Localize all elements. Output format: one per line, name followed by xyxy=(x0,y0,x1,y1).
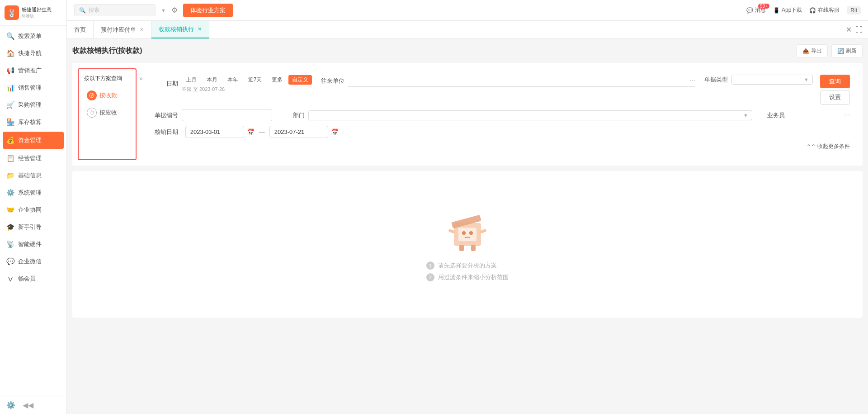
query-type-by-receivable[interactable]: ⏱ 按应收 xyxy=(82,104,132,121)
app-download-button[interactable]: 📱 App下载 xyxy=(773,6,802,14)
collapse-button[interactable]: » xyxy=(137,68,146,160)
date-last-month-btn[interactable]: 上月 xyxy=(182,75,201,85)
date-7days-btn[interactable]: 近7天 xyxy=(244,75,266,85)
date-label: 日期 xyxy=(153,80,178,88)
doc-type-arrow-icon: ▼ xyxy=(804,77,809,82)
date-more-btn[interactable]: 更多 xyxy=(268,75,287,85)
filter-panel: 按以下方案查询 按收款 ⏱ 按应收 » xyxy=(72,63,863,166)
tab-home[interactable]: 首页 xyxy=(67,21,94,38)
export-icon: 📤 xyxy=(802,48,809,54)
sidebar-item-guide[interactable]: 🎓 新手引导 xyxy=(0,219,66,236)
dept-select[interactable]: ▼ xyxy=(308,110,752,120)
topbar: 🔍 搜索 ▼ ⚙ 体验行业方案 💬 消息 99+ 📱 App下载 🎧 在线客服 … xyxy=(67,0,868,21)
hardware-icon: 📡 xyxy=(6,240,14,248)
user-info[interactable]: Rit xyxy=(847,6,861,14)
finance-icon: 💰 xyxy=(6,136,14,144)
sidebar-item-marketing[interactable]: 📢 营销推广 xyxy=(0,62,66,79)
staff-label: 业务员 xyxy=(760,111,785,119)
tab-close-all-icon[interactable]: ✕ xyxy=(846,25,852,34)
empty-state: 1 请先选择要分析的方案 2 用过滤条件来缩小分析范围 xyxy=(72,171,863,318)
tab-prepay[interactable]: 预付冲应付单 ✕ xyxy=(94,21,151,38)
sidebar-label-purchase: 采购管理 xyxy=(18,101,42,109)
sidebar: 🐰 畅捷通好生意 标准版 🔍 搜索菜单 🏠 快捷导航 📢 营销推广 📊 销售管理… xyxy=(0,0,67,414)
tab-home-label: 首页 xyxy=(74,26,86,34)
verify-date-start-calendar-icon[interactable]: 📅 xyxy=(247,128,255,136)
tab-prepay-label: 预付冲应付单 xyxy=(101,26,136,34)
date-this-month-btn[interactable]: 本月 xyxy=(203,75,222,85)
sidebar-label-system: 系统管理 xyxy=(18,189,42,197)
sidebar-item-enterprise[interactable]: 🤝 企业协同 xyxy=(0,201,66,219)
sidebar-item-hardware[interactable]: 📡 智能硬件 xyxy=(0,236,66,253)
sidebar-item-operations[interactable]: 📋 经营管理 xyxy=(0,150,66,167)
staff-more-icon[interactable]: ··· xyxy=(844,111,850,119)
service-label: 在线客服 xyxy=(818,6,840,14)
operations-icon: 📋 xyxy=(6,154,14,162)
filter-row-2: 单据编号 部门 ▼ 业务员 xyxy=(153,109,850,121)
date-hint: 不限 至 2023-07-26 xyxy=(182,86,312,93)
solution-button[interactable]: 体验行业方案 xyxy=(183,4,233,17)
tab-expand-icon[interactable]: ⛶ xyxy=(855,26,863,34)
inventory-icon: 🏪 xyxy=(6,118,14,126)
query-button[interactable]: 查询 xyxy=(820,75,850,88)
sidebar-item-member[interactable]: V 畅会员 xyxy=(0,270,66,287)
verify-date-start-input[interactable] xyxy=(185,126,244,138)
query-type-by-receipt[interactable]: 按收款 xyxy=(82,87,132,104)
tabbar: 首页 预付冲应付单 ✕ 收款核销执行 ✕ ✕ ⛶ xyxy=(67,21,868,39)
member-icon: V xyxy=(6,275,14,283)
page-title: 收款核销执行(按收款) xyxy=(72,46,142,56)
verify-date-label: 核销日期 xyxy=(153,128,178,136)
sidebar-item-wechat[interactable]: 💬 企业微信 xyxy=(0,253,66,270)
page-content: 收款核销执行(按收款) 📤 导出 🔄 刷新 按以下方案查询 xyxy=(67,39,868,414)
sidebar-item-sales[interactable]: 📊 销售管理 xyxy=(0,79,66,96)
verify-date-end-input[interactable] xyxy=(269,126,328,138)
tab-receipt-close-icon[interactable]: ✕ xyxy=(198,26,202,32)
empty-hint-1: 1 请先选择要分析的方案 xyxy=(426,262,509,270)
sidebar-item-system[interactable]: ⚙️ 系统管理 xyxy=(0,184,66,201)
headset-icon: 🎧 xyxy=(809,7,816,14)
by-receivable-label: 按应收 xyxy=(99,109,117,117)
logo-icon: 🐰 xyxy=(5,5,19,20)
sidebar-item-purchase[interactable]: 🛒 采购管理 xyxy=(0,96,66,114)
collapse-footer-icon[interactable]: ◀◀ xyxy=(23,401,33,409)
sidebar-item-inventory[interactable]: 🏪 库存核算 xyxy=(0,114,66,131)
sidebar-label-sales: 销售管理 xyxy=(18,84,42,92)
dropdown-chevron-icon[interactable]: ▼ xyxy=(161,8,166,13)
topbar-search[interactable]: 🔍 搜索 xyxy=(74,4,156,16)
sidebar-label-basics: 基础信息 xyxy=(18,171,42,180)
settings-footer-icon[interactable]: ⚙️ xyxy=(6,401,15,409)
date-this-year-btn[interactable]: 本年 xyxy=(223,75,242,85)
app-label: App下载 xyxy=(782,6,802,14)
home-icon: 🏠 xyxy=(6,49,14,57)
sidebar-label-quicknav: 快捷导航 xyxy=(18,49,42,57)
filter-row-3: 核销日期 📅 — 📅 xyxy=(153,126,850,138)
sidebar-item-basics[interactable]: 📁 基础信息 xyxy=(0,167,66,184)
tab-receipt[interactable]: 收款核销执行 ✕ xyxy=(151,21,209,38)
svg-point-5 xyxy=(469,231,473,235)
sales-icon: 📊 xyxy=(6,84,14,92)
doc-no-input[interactable] xyxy=(182,109,272,121)
search-icon: 🔍 xyxy=(6,32,14,40)
export-button[interactable]: 📤 导出 xyxy=(797,44,828,57)
wechat-icon: 💬 xyxy=(6,257,14,266)
marketing-icon: 📢 xyxy=(6,67,14,75)
empty-illustration xyxy=(440,207,495,252)
setting-button[interactable]: 设置 xyxy=(820,90,850,105)
more-conditions-button[interactable]: ⌃⌃ 收起更多条件 xyxy=(807,143,850,150)
sidebar-item-finance[interactable]: 💰 资金管理 xyxy=(3,132,64,149)
guide-icon: 🎓 xyxy=(6,223,14,231)
refresh-button[interactable]: 🔄 刷新 xyxy=(831,44,863,57)
dept-label: 部门 xyxy=(279,111,305,119)
chevron-up-icon: ⌃⌃ xyxy=(807,143,816,150)
message-button[interactable]: 💬 消息 99+ xyxy=(746,6,766,14)
more-conditions-row: ⌃⌃ 收起更多条件 xyxy=(153,141,850,154)
tab-prepay-close-icon[interactable]: ✕ xyxy=(140,27,144,33)
doc-type-select[interactable]: ▼ xyxy=(731,75,813,85)
sidebar-item-search[interactable]: 🔍 搜索菜单 xyxy=(0,28,66,45)
online-service-button[interactable]: 🎧 在线客服 xyxy=(809,6,840,14)
counterparty-more-icon[interactable]: ··· xyxy=(689,76,695,85)
filter-form: 日期 上月 本月 本年 近7天 更多 自定义 不限 至 2023-07-26 xyxy=(146,68,857,160)
verify-date-end-calendar-icon[interactable]: 📅 xyxy=(331,128,339,136)
doc-no-label: 单据编号 xyxy=(153,111,178,119)
gear-icon[interactable]: ⚙ xyxy=(171,6,178,14)
sidebar-item-quicknav[interactable]: 🏠 快捷导航 xyxy=(0,45,66,62)
